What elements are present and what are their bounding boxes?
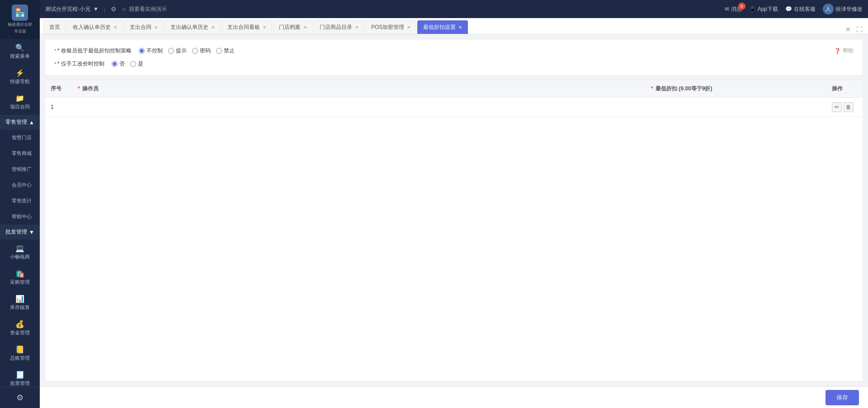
- app-download-icon: 📱: [749, 6, 756, 12]
- sidebar-item-purchase-label: 采购管理: [10, 279, 30, 286]
- tab-min-discount-label: 最低折扣设置: [423, 23, 456, 31]
- col-header-action: 操作: [826, 80, 863, 98]
- tab-payment-confirm-label: 支出确认单历史: [170, 23, 208, 31]
- sidebar-item-retail-stats[interactable]: 零售统计: [0, 193, 40, 209]
- tab-store-archive-close[interactable]: ✕: [303, 25, 307, 30]
- sidebar-item-shortcut[interactable]: ⚡ 快捷导航: [0, 64, 40, 89]
- tab-payment-board-label: 支出合同看板: [227, 23, 260, 31]
- tab-min-discount[interactable]: 最低折扣设置 ✕: [417, 20, 468, 34]
- tab-payment-contract-close[interactable]: ✕: [154, 25, 158, 30]
- tab-income-confirm-close[interactable]: ✕: [113, 25, 117, 30]
- topbar-customer-service[interactable]: 💬 在线客服: [785, 5, 816, 13]
- sidebar-item-finance[interactable]: 💰 资金管理: [0, 315, 40, 341]
- topbar-right: ✉ 消息 8 📱 App下载 💬 在线客服 人 徐泽华修改: [725, 4, 863, 14]
- tab-payment-contract-label: 支出合同: [130, 23, 151, 31]
- topbar-project[interactable]: 测试分开完程-小兄 ▼: [45, 5, 99, 13]
- radio-forbid[interactable]: 禁止: [216, 47, 235, 55]
- delete-button[interactable]: 🗑: [844, 102, 854, 112]
- sidebar-item-retail[interactable]: 零售管理 ▲: [0, 115, 40, 130]
- topbar-demo-text: 我要看实例演示: [129, 5, 167, 13]
- sidebar-item-wholesale[interactable]: 批发管理 ▼: [0, 225, 40, 239]
- logo-icon: 🏪: [12, 5, 28, 21]
- tab-pos-password[interactable]: POS加密管理 ✕: [365, 20, 416, 34]
- user-name: 徐泽华修改: [835, 5, 863, 13]
- radio-prompt[interactable]: 提示: [168, 47, 187, 55]
- cell-action: ✏ 🗑: [826, 98, 863, 117]
- radio-forbid-label: 禁止: [224, 47, 235, 55]
- sidebar-item-online-store[interactable]: 零售商城: [0, 145, 40, 161]
- sidebar-item-smart-store[interactable]: 智慧门店: [0, 130, 40, 145]
- discount-policy-radio-group: 不控制 提示 密码 禁止: [139, 47, 235, 55]
- radio-password-input[interactable]: [192, 48, 198, 54]
- sidebar-item-marketing[interactable]: 营销推广: [0, 161, 40, 177]
- purchase-icon: 🛍️: [15, 269, 24, 278]
- tab-min-discount-close[interactable]: ✕: [458, 25, 462, 30]
- topbar-user[interactable]: 人 徐泽华修改: [823, 4, 863, 14]
- tabs-expand-button[interactable]: ⛶: [854, 25, 864, 34]
- tab-store-products[interactable]: 门店商品目录 ✕: [314, 20, 364, 34]
- sidebar-navigation: 🔍 搜索菜单 ⚡ 快捷导航 📁 项目合同 零售管理 ▲ 智慧门店 零售商城 营销…: [0, 39, 40, 387]
- col-header-operator: * 操作员: [72, 80, 646, 98]
- edit-button[interactable]: ✏: [832, 102, 842, 112]
- tab-payment-board[interactable]: 支出合同看板 ✕: [222, 20, 272, 34]
- sidebar-item-search[interactable]: 🔍 搜索菜单: [0, 39, 40, 64]
- sidebar-item-shortcut-label: 快捷导航: [10, 78, 30, 85]
- topbar-demo[interactable]: ○ 我要看实例演示: [122, 5, 166, 13]
- tab-payment-confirm-close[interactable]: ✕: [211, 25, 215, 30]
- topbar: 测试分开完程-小兄 ▼ | ⚙ ○ 我要看实例演示 ✉ 消息 8 📱 App下载…: [40, 0, 868, 18]
- content-area: ❓ 帮助 * * 收银员低于最低折扣控制策略 不控制 提示: [40, 34, 868, 386]
- radio-password[interactable]: 密码: [192, 47, 211, 55]
- radio-prompt-input[interactable]: [168, 48, 174, 54]
- radio-no-input[interactable]: [112, 61, 118, 67]
- ledger-icon: 📒: [15, 345, 24, 354]
- tab-income-confirm[interactable]: 收入确认单历史 ✕: [67, 20, 123, 34]
- table-panel: 序号 * 操作员 * 最低折扣 (9.00等于9折) 操作: [45, 80, 863, 381]
- invoice-icon: 🧾: [15, 370, 24, 379]
- avatar: 人: [823, 4, 834, 14]
- topbar-settings-icon[interactable]: ⚙: [111, 5, 117, 13]
- tabs-actions: ✕ ⛶: [844, 25, 864, 34]
- required-mark-2: *: [54, 61, 57, 67]
- chevron-down-icon: ▼: [29, 229, 34, 235]
- logo-subtitle: 专业版: [14, 28, 26, 34]
- manual-price-row: * * 仅手工改价时控制 否 是: [54, 60, 854, 68]
- col-header-operator-label: 操作员: [82, 85, 99, 92]
- manual-price-label: * * 仅手工改价时控制: [54, 60, 104, 68]
- sidebar-item-help-center[interactable]: 帮助中心: [0, 209, 40, 225]
- settings-icon[interactable]: ⚙: [16, 393, 24, 403]
- sidebar-item-purchase[interactable]: 🛍️ 采购管理: [0, 265, 40, 290]
- topbar-app-download[interactable]: 📱 App下载: [749, 5, 778, 13]
- tab-payment-confirm[interactable]: 支出确认单历史 ✕: [165, 20, 221, 34]
- sidebar-item-member[interactable]: 会员中心: [0, 177, 40, 193]
- radio-yes-input[interactable]: [130, 61, 136, 67]
- radio-no-control[interactable]: 不控制: [139, 47, 163, 55]
- tab-payment-contract[interactable]: 支出合同 ✕: [124, 20, 164, 34]
- sidebar-item-wholesale-label: 批发管理: [5, 228, 27, 236]
- app-download-label: App下载: [758, 5, 778, 13]
- sidebar-item-ledger[interactable]: 📒 总账管理: [0, 341, 40, 366]
- finance-icon: 💰: [15, 320, 24, 328]
- cell-operator: [72, 98, 646, 117]
- topbar-messages[interactable]: ✉ 消息 8: [725, 5, 742, 13]
- tab-pos-password-close[interactable]: ✕: [407, 25, 410, 30]
- sidebar-item-project[interactable]: 📁 项目合同: [0, 89, 40, 115]
- tab-payment-board-close[interactable]: ✕: [263, 25, 266, 30]
- message-icon: ✉: [725, 6, 729, 12]
- sidebar-item-ecommerce[interactable]: 💻 小畅电商: [0, 239, 40, 265]
- col-header-discount: * 最低折扣 (9.00等于9折): [646, 80, 826, 98]
- radio-no[interactable]: 否: [112, 60, 125, 68]
- save-button[interactable]: 保存: [826, 390, 859, 405]
- tab-store-products-close[interactable]: ✕: [355, 25, 359, 30]
- radio-password-label: 密码: [200, 47, 211, 55]
- radio-forbid-input[interactable]: [216, 48, 222, 54]
- help-link[interactable]: ❓ 帮助: [834, 47, 854, 55]
- sidebar-item-invoice-label: 发票管理: [10, 380, 30, 387]
- sidebar-item-invoice[interactable]: 🧾 发票管理: [0, 366, 40, 387]
- tab-store-archive[interactable]: 门店档案 ✕: [273, 20, 313, 34]
- sidebar: 🏪 畅捷通好业财 专业版 🔍 搜索菜单 ⚡ 快捷导航 📁 项目合同 零售管理 ▲…: [0, 0, 40, 408]
- radio-no-control-input[interactable]: [139, 48, 145, 54]
- tab-home[interactable]: 首页: [43, 20, 66, 34]
- radio-yes[interactable]: 是: [130, 60, 143, 68]
- sidebar-item-inventory[interactable]: 📊 库存核算: [0, 290, 40, 315]
- tabs-close-button[interactable]: ✕: [844, 25, 853, 34]
